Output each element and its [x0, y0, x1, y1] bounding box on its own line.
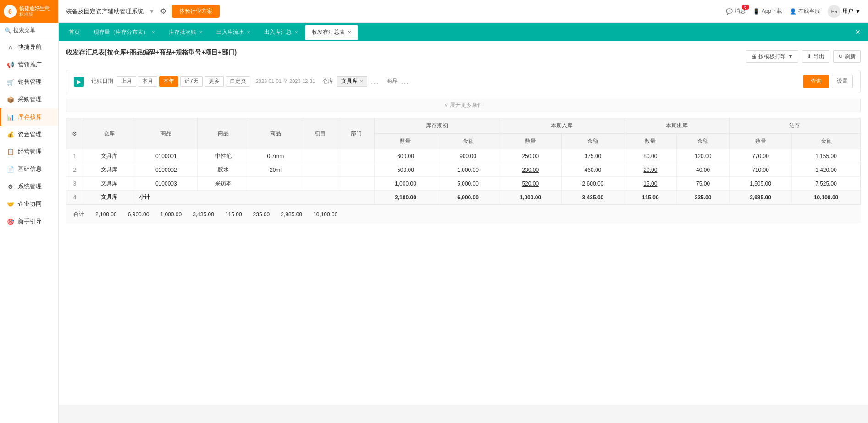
date-btn-more[interactable]: 更多	[205, 76, 224, 87]
print-chevron-icon: ▼	[788, 53, 793, 60]
guide-icon: 🎯	[7, 218, 14, 225]
settings-icon[interactable]: ⚙	[160, 7, 166, 16]
subtotal-out-qty[interactable]: 115.00	[624, 191, 677, 204]
row-in-qty[interactable]: 520.00	[499, 177, 562, 191]
row-name: 胶水	[197, 163, 249, 177]
row-dept	[338, 177, 374, 191]
topbar-select-arrow[interactable]: ▼	[149, 8, 155, 15]
sidebar-item-sales[interactable]: 🛒 销售管理	[0, 73, 58, 91]
sidebar-search[interactable]: 🔍 搜索菜单	[0, 23, 58, 38]
row-code: 0100002	[135, 163, 197, 177]
warehouse-filter-tag[interactable]: 文具库 ✕	[337, 76, 367, 87]
th-out-qty: 数量	[624, 134, 677, 149]
print-button[interactable]: 🖨 按模板打印 ▼	[746, 50, 798, 63]
export-icon: ⬇	[807, 53, 812, 60]
purchase-icon: 📦	[7, 96, 14, 103]
th-settings[interactable]: ⚙	[66, 118, 83, 149]
sidebar-item-marketing[interactable]: 📢 营销推广	[0, 56, 58, 73]
logo-icon: 6	[4, 5, 17, 18]
subtotal-in-qty[interactable]: 1,000.00	[499, 191, 562, 204]
date-filter-label: 记账日期	[91, 77, 113, 85]
row-num: 3	[66, 177, 83, 191]
sidebar-item-operations[interactable]: 📋 经营管理	[0, 143, 58, 160]
total-open-qty: 2,100.00	[95, 211, 117, 218]
tab-in-out-summary-close[interactable]: ✕	[294, 30, 298, 35]
sidebar-item-basic[interactable]: 📄 基础信息	[0, 160, 58, 178]
sidebar-nav-label: 采购管理	[18, 95, 42, 104]
user-menu[interactable]: Ea 用户 ▼	[828, 5, 861, 18]
system-icon: ⚙	[7, 183, 14, 190]
date-btn-custom[interactable]: 自定义	[226, 76, 250, 87]
sidebar-item-guide[interactable]: 🎯 新手引导	[0, 213, 58, 230]
th-balance: 结存	[729, 118, 860, 134]
tab-in-out-flow-close[interactable]: ✕	[247, 30, 250, 35]
export-button[interactable]: ⬇ 导出	[802, 50, 829, 63]
row-out-qty[interactable]: 15.00	[624, 177, 677, 191]
tab-batch-account[interactable]: 库存批次账 ✕	[162, 25, 209, 40]
total-label: 合计	[73, 210, 84, 218]
online-service-action[interactable]: 👤 在线客服	[790, 7, 820, 15]
sidebar-item-enterprise[interactable]: 🤝 企业协同	[0, 195, 58, 213]
tab-inventory-dist-label: 现存量（库存分布表）	[94, 28, 149, 36]
filter-settings-button[interactable]: 设置	[832, 75, 853, 88]
refresh-icon: ↻	[838, 53, 843, 60]
refresh-button[interactable]: ↻ 刷新	[833, 50, 861, 63]
sidebar-item-purchase[interactable]: 📦 采购管理	[0, 91, 58, 108]
row-out-qty[interactable]: 20.00	[624, 163, 677, 177]
warehouse-filter-ellipsis[interactable]: ...	[371, 78, 379, 85]
app-download-action[interactable]: 📱 App下载	[753, 7, 782, 15]
sidebar-logo: 6 畅捷通好生意 标准版	[0, 0, 58, 23]
subtotal-bal-qty: 2,985.00	[729, 191, 791, 204]
message-action[interactable]: 💬 消息 6	[726, 7, 746, 15]
filter-toggle-button[interactable]: ▶	[74, 77, 84, 87]
subtotal-bal-amt: 10,100.00	[792, 191, 860, 204]
tab-recv-send-summary-close[interactable]: ✕	[348, 30, 351, 35]
th-in-stock: 本期入库	[499, 118, 624, 134]
query-button[interactable]: 查询	[803, 75, 829, 88]
demo-button[interactable]: 体验行业方案	[172, 5, 220, 18]
th-in-qty: 数量	[499, 134, 562, 149]
user-label: 用户	[842, 7, 853, 15]
sidebar-item-system[interactable]: ⚙ 系统管理	[0, 178, 58, 195]
date-btn-last-month[interactable]: 上月	[117, 76, 136, 87]
sidebar-nav-label: 资金管理	[18, 130, 42, 138]
row-in-qty[interactable]: 230.00	[499, 163, 562, 177]
row-open-amt: 900.00	[437, 149, 499, 163]
filter-bar: ▶ 记账日期 上月 本月 本年 近7天 更多 自定义 2023-01-01 至 …	[66, 70, 861, 93]
warehouse-tag-close-icon[interactable]: ✕	[359, 79, 363, 84]
tab-in-out-summary[interactable]: 出入库汇总 ✕	[258, 25, 304, 40]
sidebar-item-inventory[interactable]: 📊 库存核算	[0, 108, 58, 126]
date-filter-section: 记账日期 上月 本月 本年 近7天 更多 自定义 2023-01-01 至 20…	[91, 76, 315, 87]
warehouse-tag-text: 文具库	[341, 77, 358, 85]
goods-filter-ellipsis[interactable]: ...	[401, 78, 409, 85]
sidebar: 6 畅捷通好生意 标准版 🔍 搜索菜单 ⌂ 快捷导航 📢 营销推广 🛒 销售管理…	[0, 0, 59, 423]
tab-home[interactable]: 首页	[62, 25, 86, 40]
row-out-qty[interactable]: 80.00	[624, 149, 677, 163]
date-btn-7days[interactable]: 近7天	[180, 76, 203, 87]
row-in-qty[interactable]: 250.00	[499, 149, 562, 163]
date-btn-this-month[interactable]: 本月	[138, 76, 157, 87]
close-all-tabs-button[interactable]: ✕	[851, 27, 864, 38]
topbar-actions: 💬 消息 6 📱 App下载 👤 在线客服 Ea 用户 ▼	[726, 5, 861, 18]
row-spec: 20ml	[249, 163, 302, 177]
data-table: ⚙ 仓库 商品 商品 商品 项目 部门 库存期初 本期入库 本期出库 结存	[66, 118, 860, 204]
tab-inventory-dist[interactable]: 现存量（库存分布表） ✕	[87, 25, 161, 40]
sidebar-nav-label: 新手引导	[18, 217, 42, 225]
sidebar-item-finance[interactable]: 💰 资金管理	[0, 126, 58, 143]
tab-in-out-flow[interactable]: 出入库流水 ✕	[210, 25, 257, 40]
date-btn-this-year[interactable]: 本年	[159, 76, 178, 87]
operations-icon: 📋	[7, 148, 14, 155]
sidebar-item-quick-nav[interactable]: ⌂ 快捷导航	[0, 38, 58, 56]
th-bal-amt: 金额	[792, 134, 860, 149]
subtotal-label: 小计	[135, 191, 374, 204]
row-num: 1	[66, 149, 83, 163]
tab-recv-send-summary[interactable]: 收发存汇总表 ✕	[305, 25, 358, 40]
tab-batch-account-close[interactable]: ✕	[199, 30, 203, 35]
row-project	[302, 149, 338, 163]
row-bal-qty: 1,505.00	[729, 177, 791, 191]
subtotal-num: 4	[66, 191, 83, 204]
tab-inventory-dist-close[interactable]: ✕	[151, 30, 155, 35]
expand-more-bar[interactable]: ∨ 展开更多条件	[66, 99, 861, 112]
refresh-label: 刷新	[845, 53, 856, 60]
row-in-amt: 2,600.00	[562, 177, 624, 191]
